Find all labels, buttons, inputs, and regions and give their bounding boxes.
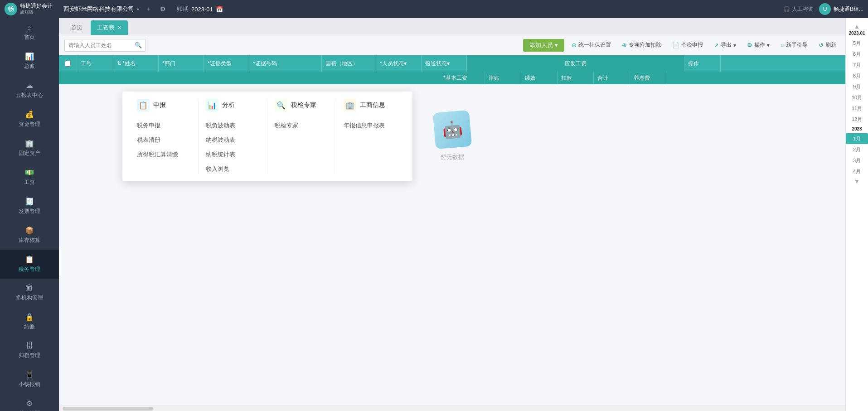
tab-home-label: 首页 (71, 24, 82, 32)
sidebar-item-settings[interactable]: ⚙ 基础设置 (0, 394, 59, 411)
table-header: 工号 ⇅*姓名 *部门 *证据类型 *证据号码 国籍（地区） *人员状态 ▾ 报… (59, 55, 845, 72)
company-area[interactable]: 西安虾米网络科技有限公司 ▾ (63, 5, 139, 13)
timeline-month-4[interactable]: 4月 (846, 166, 868, 177)
timeline-month-12[interactable]: 12月 (846, 114, 868, 125)
sidebar-item-ledger[interactable]: 📊 总账 (0, 47, 59, 76)
service-label: 人工咨询 (792, 5, 814, 13)
th-status: *人员状态 ▾ (376, 55, 422, 72)
add-person-label: 添加人员 (529, 41, 553, 49)
sidebar-item-salary[interactable]: 💵 工资 (0, 163, 59, 192)
menu-item-tax-declare[interactable]: 税务申报 (137, 121, 191, 131)
sidebar-item-home[interactable]: ⌂ 首页 (0, 18, 59, 47)
status-filter-icon[interactable]: ▾ (404, 60, 407, 67)
sidebar-item-multiorg[interactable]: 🏛 多机构管理 (0, 279, 59, 307)
sidebar-label-home: 首页 (24, 34, 35, 41)
select-all-checkbox[interactable] (65, 61, 71, 67)
timeline-nav-up[interactable]: ▲ (853, 22, 862, 31)
timeline-month-11[interactable]: 11月 (846, 103, 868, 114)
sidebar-item-archive[interactable]: 🗄 归档管理 (0, 336, 59, 365)
settings-icon[interactable]: ⚙ (158, 5, 168, 13)
section-header-declaration: 📋 申报 (137, 99, 191, 115)
timeline-month-6[interactable]: 6月 (846, 48, 868, 59)
sidebar-item-closing[interactable]: 🔒 结账 (0, 307, 59, 336)
sidebar-label-invoice: 发票管理 (19, 208, 40, 215)
timeline-month-9[interactable]: 9月 (846, 81, 868, 92)
service-btn[interactable]: 🎧 人工咨询 (783, 5, 814, 13)
tab-home[interactable]: 首页 (64, 20, 89, 35)
tax-icon: 📋 (25, 255, 34, 264)
timeline-month-7[interactable]: 7月 (846, 59, 868, 70)
sidebar-label-archive: 归档管理 (19, 352, 40, 359)
refresh-label: 刷新 (825, 41, 836, 49)
sidebar-item-cloud[interactable]: ☁ 云报表中心 (0, 76, 59, 105)
menu-item-income-forecast[interactable]: 收入浏览 (206, 164, 260, 174)
declaration-section-icon: 📋 (137, 99, 150, 111)
operation-action[interactable]: ⚙ 操作 ▾ (743, 41, 773, 49)
export-action[interactable]: ↗ 导出 ▾ (710, 41, 740, 49)
user-area[interactable]: U 畅捷通B组... (819, 3, 863, 15)
bizinfo-section-icon: 🏢 (344, 99, 356, 111)
dropdown-section-declaration: 📋 申报 税务申报 税表清册 所得税汇算清缴 (130, 99, 199, 174)
add-person-btn[interactable]: 添加人员 ▾ (523, 39, 564, 52)
analysis-section-title: 分析 (222, 101, 235, 109)
period-label: 账期 (177, 5, 189, 13)
timeline-month-1[interactable]: 1月 (846, 133, 868, 144)
menu-item-tax-burden[interactable]: 税负波动表 (206, 121, 260, 131)
top-right: 🎧 人工咨询 U 畅捷通B组... (783, 3, 863, 15)
sidebar-label-ledger: 总账 (24, 63, 35, 70)
timeline-month-5[interactable]: 5月 (846, 38, 868, 48)
sidebar-item-tax[interactable]: 📋 税务管理 (0, 250, 59, 279)
refresh-action[interactable]: ↺ 刷新 (815, 41, 840, 49)
bizinfo-section-title: 工商信息 (360, 101, 385, 109)
social-security-action[interactable]: ⊕ 统一社保设置 (568, 41, 615, 49)
logo-icon: 畅 (5, 3, 17, 15)
timeline-month-10[interactable]: 10月 (846, 92, 868, 103)
tab-salary-table[interactable]: 工资表 ✕ (91, 20, 128, 35)
sidebar-item-xiaochang[interactable]: 📱 小畅报销 (0, 365, 59, 394)
main-layout: ⌂ 首页 📊 总账 ☁ 云报表中心 💰 资金管理 🏢 固定资产 💵 工资 🧾 发… (0, 18, 868, 411)
th-wage-group: 应发工资 (467, 55, 684, 72)
add-company-btn[interactable]: ＋ (144, 5, 154, 13)
sort-icon[interactable]: ⇅ (117, 60, 121, 67)
menu-item-tax-change[interactable]: 纳税波动表 (206, 135, 260, 145)
th-checkbox[interactable] (59, 55, 77, 72)
sidebar-item-invoice[interactable]: 🧾 发票管理 (0, 192, 59, 221)
menu-item-tax-check[interactable]: 税检专家 (275, 121, 329, 131)
sidebar: ⌂ 首页 📊 总账 ☁ 云报表中心 💰 资金管理 🏢 固定资产 💵 工资 🧾 发… (0, 18, 59, 411)
declaration-items: 税务申报 税表清册 所得税汇算清缴 (137, 121, 191, 160)
search-input[interactable] (68, 42, 132, 48)
xiaochang-icon: 📱 (25, 370, 34, 379)
menu-item-tax-stats[interactable]: 纳税统计表 (206, 150, 260, 160)
menu-item-annual-report[interactable]: 年报信息申报表 (344, 121, 398, 131)
th-base-wage: *基本工资 (440, 72, 485, 84)
timeline-month-8[interactable]: 8月 (846, 70, 868, 81)
tax-return-icon: 📄 (672, 42, 679, 48)
period-area: 账期 2023-01 📅 (177, 5, 223, 13)
operation-icon: ⚙ (747, 42, 752, 48)
tab-close-icon[interactable]: ✕ (117, 25, 121, 31)
sidebar-item-inventory[interactable]: 📦 库存核算 (0, 221, 59, 250)
sidebar-item-fund[interactable]: 💰 资金管理 (0, 105, 59, 134)
timeline-month-2[interactable]: 2月 (846, 144, 868, 155)
menu-item-tax-table[interactable]: 税表清册 (137, 135, 191, 145)
special-deduction-action[interactable]: ⊕ 专项附加扣除 (618, 41, 665, 49)
calendar-icon[interactable]: 📅 (216, 6, 223, 13)
home-icon: ⌂ (27, 24, 32, 32)
section-header-bizinfo: 🏢 工商信息 (344, 99, 398, 115)
new-guide-action[interactable]: ○ 新手引导 (777, 41, 811, 49)
analysis-section-icon: 📊 (206, 99, 218, 111)
bottom-scroll[interactable] (59, 406, 845, 411)
dropdown-section-bizinfo: 🏢 工商信息 年报信息申报表 (336, 99, 405, 174)
company-dropdown-icon[interactable]: ▾ (137, 7, 139, 12)
scroll-thumb[interactable] (63, 407, 153, 411)
th-pension: 养老费 (630, 72, 666, 84)
sidebar-item-assets[interactable]: 🏢 固定资产 (0, 134, 59, 163)
timeline-month-3[interactable]: 3月 (846, 155, 868, 166)
toolbar: 🔍 添加人员 ▾ ⊕ 统一社保设置 ⊕ 专项附加扣除 📄 个税申报 ↗ 导出 ▾ (59, 35, 845, 55)
top-bar: 畅 畅捷通好会计 旗舰版 西安虾米网络科技有限公司 ▾ ＋ ⚙ 账期 2023-… (0, 0, 868, 18)
timeline-nav-down[interactable]: ▼ (853, 177, 862, 186)
report-filter-icon[interactable]: ▾ (447, 60, 450, 67)
menu-item-income-calc[interactable]: 所得税汇算清缴 (137, 150, 191, 160)
tax-return-action[interactable]: 📄 个税申报 (669, 41, 707, 49)
content-area: 首页 工资表 ✕ 🔍 添加人员 ▾ ⊕ 统一社保设置 ⊕ 专项附 (59, 18, 845, 411)
